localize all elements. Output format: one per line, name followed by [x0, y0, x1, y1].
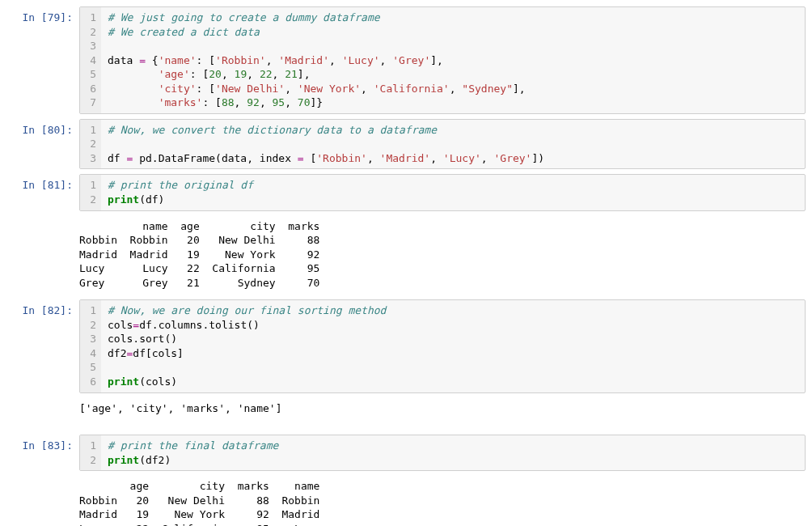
prompt-in-79: In [79]:	[6, 6, 79, 23]
output-area-83: age city marks name Robbin 20 New Delhi …	[79, 476, 806, 526]
code-cell-82: In [82]: 1 2 3 4 5 6 # Now, we are doing…	[6, 299, 806, 392]
prompt-in-83: In [83]:	[6, 435, 79, 452]
input-area-82[interactable]: 1 2 3 4 5 6 # Now, we are doing our fina…	[79, 299, 806, 392]
code-block[interactable]: # Now, we convert the dictionary data to…	[101, 120, 551, 169]
prompt-out-empty: .	[6, 216, 79, 233]
prompt-out-empty: .	[6, 476, 79, 493]
prompt-out-empty: .	[6, 398, 79, 415]
line-gutter: 1 2 3	[80, 120, 101, 169]
line-gutter: 1 2 3 4 5 6 7	[80, 7, 101, 113]
code-cell-79: In [79]: 1 2 3 4 5 6 7 # We just going t…	[6, 6, 806, 114]
output-area-82: ['age', 'city', 'marks', 'name']	[79, 398, 806, 421]
input-area-80[interactable]: 1 2 3 # Now, we convert the dictionary d…	[79, 119, 806, 170]
code-block[interactable]: # print the original df print(df)	[101, 175, 260, 210]
output-cell-83: . age city marks name Robbin 20 New Delh…	[6, 476, 806, 526]
stdout: age city marks name Robbin 20 New Delhi …	[79, 477, 806, 526]
code-block[interactable]: # We just going to create a dummy datafr…	[101, 7, 532, 113]
input-area-79[interactable]: 1 2 3 4 5 6 7 # We just going to create …	[79, 6, 806, 114]
code-block[interactable]: # Now, we are doing our final sorting me…	[101, 300, 392, 392]
prompt-in-82: In [82]:	[6, 299, 79, 316]
code-block[interactable]: # print the final dataframe print(df2)	[101, 435, 285, 470]
code-cell-81: In [81]: 1 2 # print the original df pri…	[6, 174, 806, 210]
output-cell-82: . ['age', 'city', 'marks', 'name']	[6, 398, 806, 421]
prompt-in-81: In [81]:	[6, 174, 79, 191]
stdout: name age city marks Robbin Robbin 20 New…	[79, 218, 806, 291]
code-cell-80: In [80]: 1 2 3 # Now, we convert the dic…	[6, 119, 806, 170]
line-gutter: 1 2 3 4 5 6	[80, 300, 101, 392]
output-area-81: name age city marks Robbin Robbin 20 New…	[79, 216, 806, 295]
output-cell-81: . name age city marks Robbin Robbin 20 N…	[6, 216, 806, 295]
prompt-in-80: In [80]:	[6, 119, 79, 136]
stdout: ['age', 'city', 'marks', 'name']	[79, 400, 806, 416]
input-area-83[interactable]: 1 2 # print the final dataframe print(df…	[79, 435, 806, 471]
line-gutter: 1 2	[80, 435, 101, 470]
line-gutter: 1 2	[80, 175, 101, 210]
code-cell-83: In [83]: 1 2 # print the final dataframe…	[6, 435, 806, 471]
input-area-81[interactable]: 1 2 # print the original df print(df)	[79, 174, 806, 210]
